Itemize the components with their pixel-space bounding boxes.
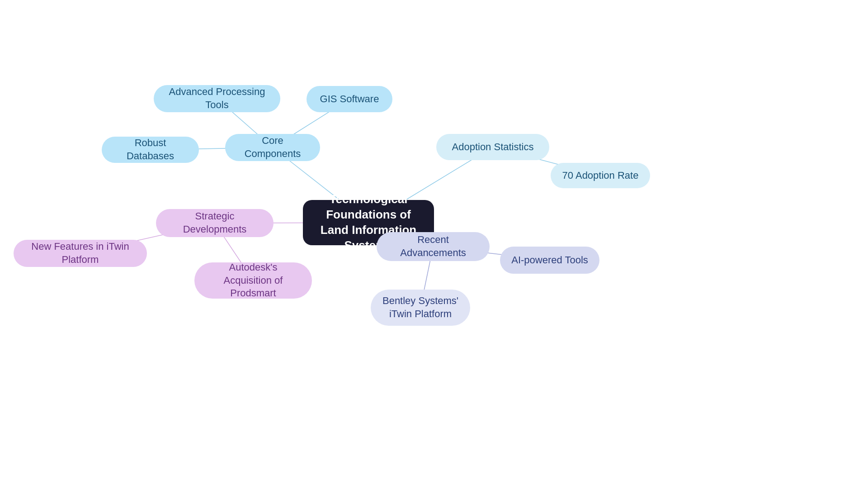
svg-line-8 (215, 223, 253, 281)
svg-line-3 (150, 147, 273, 150)
svg-line-11 (420, 247, 433, 308)
svg-line-7 (80, 223, 215, 253)
svg-line-4 (368, 147, 493, 223)
svg-line-9 (368, 223, 433, 247)
svg-line-2 (273, 99, 349, 147)
svg-line-10 (433, 247, 550, 260)
svg-line-6 (215, 223, 368, 223)
svg-line-5 (493, 147, 600, 176)
svg-line-1 (217, 99, 273, 147)
svg-line-0 (273, 147, 368, 223)
